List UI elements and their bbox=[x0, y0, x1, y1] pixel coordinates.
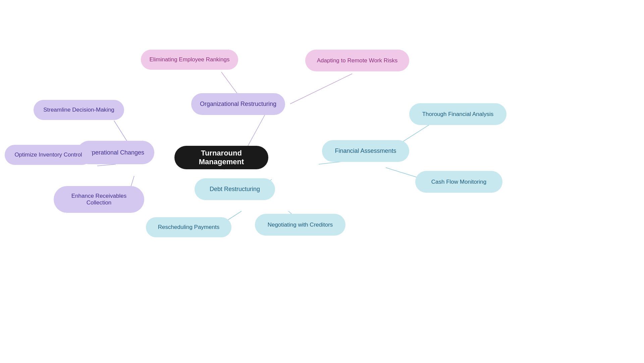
svg-line-2 bbox=[319, 162, 342, 164]
financial-assessments-node[interactable]: Financial Assessments bbox=[322, 140, 409, 162]
negotiating-creditors-node[interactable]: Negotiating with Creditors bbox=[255, 214, 345, 236]
debt-restructuring-node[interactable]: Debt Restructuring bbox=[195, 178, 275, 200]
turnaround-management-node[interactable]: Turnaround Management bbox=[174, 146, 268, 169]
optimize-inventory-node[interactable]: Optimize Inventory Control bbox=[5, 145, 92, 165]
rescheduling-payments-node[interactable]: Rescheduling Payments bbox=[146, 217, 231, 237]
enhance-receivables-node[interactable]: Enhance Receivables Collection bbox=[54, 186, 144, 213]
eliminating-rankings-node[interactable]: Eliminating Employee Rankings bbox=[141, 50, 238, 70]
adapting-remote-node[interactable]: Adapting to Remote Work Risks bbox=[305, 50, 409, 71]
org-restructuring-node[interactable]: Organizational Restructuring bbox=[191, 93, 285, 115]
cash-flow-monitoring-node[interactable]: Cash Flow Monitoring bbox=[415, 171, 502, 193]
svg-line-5 bbox=[97, 164, 116, 166]
thorough-financial-node[interactable]: Thorough Financial Analysis bbox=[409, 103, 506, 125]
svg-line-8 bbox=[290, 74, 352, 104]
streamline-decision-node[interactable]: Streamline Decision-Making bbox=[34, 100, 124, 120]
